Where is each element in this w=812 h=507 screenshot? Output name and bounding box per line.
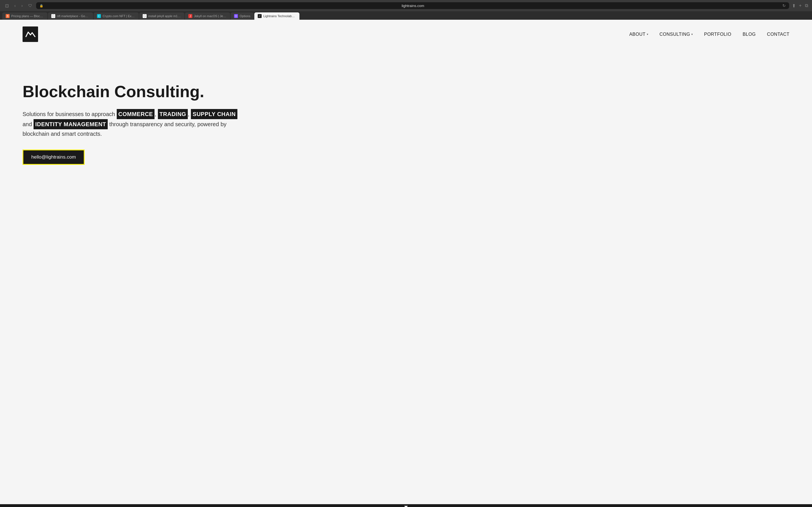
tab-favicon-options: O — [234, 14, 238, 18]
comma2: , — [188, 111, 191, 117]
share-button[interactable]: ⬆ — [792, 3, 796, 9]
tabs-overview-button[interactable]: ⧉ — [804, 3, 809, 9]
tab-favicon-jekyll-install: G — [143, 14, 147, 18]
and-text: and — [22, 121, 34, 127]
tab-install-jekyll[interactable]: G install jekyll apple m1 - G... — [139, 12, 185, 20]
scroll-down-chevron[interactable]: ▾ — [404, 503, 408, 507]
nav-link-blog[interactable]: BLOG — [743, 32, 756, 37]
cta-button-label: hello@lightrains.com — [31, 154, 76, 160]
tab-jekyll-macos[interactable]: J Jekyll on macOS | Jekyl... — [185, 12, 230, 20]
hero-description-prefix: Solutions for businesses to approach — [22, 111, 117, 117]
tab-label-jekyll-macos: Jekyll on macOS | Jekyl... — [194, 14, 227, 18]
hero-title: Blockchain Consulting. — [22, 82, 316, 101]
tab-favicon-lightrains: ✓ — [258, 14, 262, 18]
tag-commerce: COMMERCE — [117, 109, 155, 119]
nav-links: ABOUT ▾ CONSULTING ▾ PORTFOLIO BLOG — [629, 32, 790, 37]
back-button[interactable]: ‹ — [13, 3, 17, 8]
browser-tabs: B Pricing plans — Blockchain G nft marke… — [0, 11, 812, 20]
browser-toolbar: ⊡ ‹ › 🛡 🔒 ↻ ⬆ + ⧉ — [0, 0, 812, 11]
tab-favicon-nft: G — [51, 14, 55, 18]
tag-trading: TRADING — [158, 109, 188, 119]
hero-description: Solutions for businesses to approach COM… — [22, 109, 243, 138]
main-nav: ABOUT ▾ CONSULTING ▾ PORTFOLIO BLOG — [0, 20, 812, 49]
tab-crypto-nft[interactable]: C Crypto.com NFT | Explor... — [94, 12, 139, 20]
nav-link-portfolio[interactable]: PORTFOLIO — [704, 32, 731, 37]
tab-label-pricing: Pricing plans — Blockchain — [11, 14, 44, 18]
reload-button[interactable]: ↻ — [782, 3, 786, 8]
sidebar-toggle-button[interactable]: ⊡ — [3, 3, 10, 9]
tab-options[interactable]: O Options — [231, 12, 254, 20]
tab-label-crypto: Crypto.com NFT | Explor... — [103, 14, 135, 18]
about-dropdown-arrow: ▾ — [647, 33, 649, 36]
address-bar[interactable] — [46, 4, 780, 8]
tab-label-options: Options — [240, 14, 250, 18]
browser-chrome: ⊡ ‹ › 🛡 🔒 ↻ ⬆ + ⧉ B Pricing plans — Bloc… — [0, 0, 812, 20]
nav-link-about[interactable]: ABOUT ▾ — [629, 32, 648, 37]
tag-identity-management: IDENTITY MANAGEMENT — [34, 119, 108, 129]
consulting-dropdown-arrow: ▾ — [691, 33, 693, 36]
tab-favicon-pricing: B — [6, 14, 10, 18]
tab-lightrains[interactable]: ✓ Lightrains Technolabs -... — [254, 12, 299, 20]
tab-favicon-crypto: C — [97, 14, 101, 18]
nav-link-contact[interactable]: CONTACT — [767, 32, 790, 37]
forward-button[interactable]: › — [20, 3, 24, 8]
cta-email-button[interactable]: hello@lightrains.com — [22, 150, 85, 165]
footer-bar: ▾ — [0, 504, 812, 507]
new-tab-button[interactable]: + — [799, 3, 802, 9]
address-bar-container: 🔒 ↻ — [36, 2, 789, 9]
tab-favicon-jekyll-macos: J — [188, 14, 192, 18]
hero-section: Blockchain Consulting. Solutions for bus… — [0, 49, 338, 187]
tab-label-nft: nft marketplace - Google... — [57, 14, 90, 18]
comma1: , — [154, 111, 158, 117]
website-content: ABOUT ▾ CONSULTING ▾ PORTFOLIO BLOG — [0, 20, 812, 504]
tab-pricing-plans[interactable]: B Pricing plans — Blockchain — [2, 12, 47, 20]
tag-supply-chain: SUPPLY CHAIN — [191, 109, 238, 119]
tab-label-lightrains: Lightrains Technolabs -... — [263, 14, 296, 18]
logo[interactable] — [22, 26, 38, 42]
lock-icon: 🔒 — [40, 4, 43, 8]
nav-link-consulting[interactable]: CONSULTING ▾ — [659, 32, 693, 37]
shield-icon: 🛡 — [27, 3, 34, 8]
tab-label-jekyll-install: install jekyll apple m1 - G... — [148, 14, 181, 18]
tab-nft-marketplace[interactable]: G nft marketplace - Google... — [48, 12, 93, 20]
